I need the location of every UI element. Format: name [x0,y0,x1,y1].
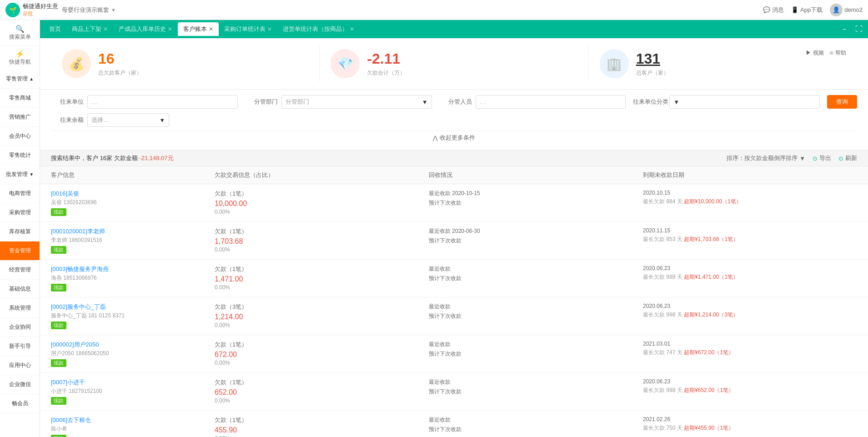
debt-amount-4[interactable]: 672.00 [215,351,429,359]
help-btn[interactable]: ⊙ 帮助 [829,49,846,57]
export-btn[interactable]: ⊙ 导出 [813,154,831,162]
tab-purchase-order[interactable]: 采购订单统计表 ✕ [219,22,277,36]
user-area[interactable]: 👤 demo2 [830,4,863,16]
table-row: [0003]畅捷服务尹海燕 海燕 18513066976 现款 欠款（1笔） 1… [40,260,868,297]
supplier-input[interactable]: ... [87,95,238,109]
debt-amount-5[interactable]: 652.00 [215,388,429,397]
person-input[interactable]: ... [476,95,626,109]
sort-label: 排序：按欠款金额倒序排序 [727,154,798,162]
overdue-amount-4[interactable]: 超期¥672.00（1笔） [684,349,734,356]
collapse-icon: ⋀ [433,135,438,141]
debt-ratio-1: 0.00% [215,246,429,253]
tab-close-purchase[interactable]: ✕ [267,26,272,32]
tab-home[interactable]: 首页 [44,22,66,36]
stat-number-debt-customers: 16 [98,50,308,67]
fast-nav[interactable]: ⚡ 快捷导航 [0,46,40,70]
overdue-amount-3[interactable]: 超期¥1,214.00（3笔） [684,311,738,318]
video-btn[interactable]: ▶ 视频 [806,49,823,57]
overdue-amount-0[interactable]: 超期¥10,000.00（1笔） [684,198,742,205]
refresh-btn[interactable]: ⊙ 刷新 [838,154,857,162]
sidebar-search[interactable]: 🔍 搜索菜单 [0,20,40,46]
tab-home-label: 首页 [49,25,61,33]
table-row: [000002]用户2050 用户2050 18665062050 现款 欠款（… [40,335,868,373]
debt-amount-1[interactable]: 1,703.68 [215,237,429,246]
overdue-amount-6[interactable]: 超期¥455.90（1笔） [684,425,734,431]
search-button[interactable]: 查询 [827,95,857,109]
tab-close-customer[interactable]: ✕ [209,26,213,32]
tab-expand-btn[interactable]: ⛶ [853,23,864,35]
sort-dropdown[interactable]: 排序：按欠款金额倒序排序 ▼ [727,154,805,162]
due-days-2: 最长欠款 998 天 [643,274,682,280]
collapse-btn[interactable]: ⋀ 收起更多条件 [51,131,857,145]
tab-inbound-stats[interactable]: 进货单统计表（按商品） ✕ [277,22,360,36]
tab-minimize-btn[interactable]: － [839,23,850,36]
return-info-4: 最近收款 预计下次收款 [429,341,643,360]
play-icon: ▶ [806,50,811,56]
sidebar-item-app-center[interactable]: 应用中心 [0,356,40,375]
category-input[interactable]: ▼ [669,95,820,109]
tab-close-products[interactable]: ✕ [103,26,108,32]
sidebar-item-purchase[interactable]: 采购管理 [0,203,40,222]
debt-amount-6[interactable]: 455.90 [215,426,429,434]
balance-select[interactable]: 选择... ▼ [87,113,169,127]
customer-name-1[interactable]: [0001020001]李老师 [51,227,215,236]
next-collection-0: 预计下次收款 [429,199,643,207]
sidebar-item-wechat[interactable]: 企业微信 [0,375,40,394]
customer-name-3[interactable]: [0002]服务中心_丁磊 [51,303,215,311]
debt-info-3: 欠款（3笔） 1,214.00 0.00% [215,303,429,328]
customer-name-4[interactable]: [000002]用户2050 [51,341,215,349]
stat-card-debt-customers: 💰 16 总欠款客户（家） [51,45,320,82]
due-days-4: 最长欠款 747 天 [643,349,682,356]
stat-card-total-customers: 🏢 131 总客户（家） ▶ 视频 ⊙ 帮助 [589,45,857,82]
sidebar-item-enterprise[interactable]: 企业协同 [0,318,40,337]
sidebar-item-finance[interactable]: 资金管理 [0,241,40,261]
customer-name-0[interactable]: [0016]吴俊 [51,190,215,198]
sidebar-item-vip[interactable]: 畅会员 [0,394,40,413]
sidebar-item-retail-stats[interactable]: 零售统计 [0,146,40,165]
dept-input[interactable]: 分管部门 ▼ [281,95,432,109]
tab-customer-account[interactable]: 客户账本 ✕ [178,22,219,36]
sidebar-item-marketing[interactable]: 营销推广 [0,108,40,127]
due-info-2: 2020.06.23 最长欠款 998 天 超期¥1,471.00（1笔） [643,265,857,281]
message-btn[interactable]: 💬 消息 [763,6,784,14]
sidebar-item-newbie[interactable]: 新手引导 [0,337,40,356]
stat-label-debt-total: 欠款合计（万） [367,69,577,77]
customer-name-5[interactable]: [0007]小进千 [51,378,215,387]
sidebar-item-member[interactable]: 会员中心 [0,127,40,146]
customer-contact-3: 服务中心_丁磊 181 0125 8371 [51,312,215,320]
filter-dept: 分管部门 分管部门 ▼ [245,95,432,109]
return-info-5: 最近收款 预计下次收款 [429,378,643,397]
sidebar-item-retail-mgmt[interactable]: 零售管理 ▲ [0,70,40,89]
overdue-amount-5[interactable]: 超期¥652.00（1笔） [684,387,734,393]
debt-amount-0[interactable]: 10,000.00 [215,200,429,208]
debt-amount: -21,148.07元 [139,155,173,161]
store-selector[interactable]: 母婴行业演示账套 ▼ [62,6,116,14]
store-name: 母婴行业演示账套 [62,6,109,14]
sidebar-item-batch-mgmt[interactable]: 批发管理 ▼ [0,165,40,184]
sidebar-item-inventory[interactable]: 库存核算 [0,222,40,241]
tab-close-production[interactable]: ✕ [168,26,172,32]
stats-row: 💰 16 总欠款客户（家） 💎 -2.11 欠款合计（万） [40,38,868,90]
sidebar-item-retail-mall[interactable]: 零售商城 [0,89,40,108]
debt-amount-2[interactable]: 1,471.00 [215,275,429,283]
sidebar-item-ecommerce[interactable]: 电商管理 [0,184,40,203]
app-download-btn[interactable]: 📱 App下载 [791,6,823,14]
sidebar-item-system[interactable]: 系统管理 [0,299,40,318]
customer-name-6[interactable]: [0006]去下粮仓 [51,416,215,424]
sidebar-item-operation[interactable]: 经营管理 [0,261,40,280]
customer-name-2[interactable]: [0003]畅捷服务尹海燕 [51,265,215,273]
customer-info-6: [0006]去下粮仓 陈小希 现款 [51,416,215,437]
top-bar-left: 🌱 畅捷通好生意 示范 母婴行业演示账套 ▼ [5,3,116,17]
overdue-amount-2[interactable]: 超期¥1,471.00（1笔） [684,274,738,280]
stat-number-debt-total: -2.11 [367,50,577,67]
customer-tag-2: 现款 [51,284,66,291]
tab-products-offline[interactable]: 商品上下架 ✕ [66,22,113,36]
debt-amount-3[interactable]: 1,214.00 [215,313,429,321]
tab-production-history-label: 产成品入库单历史 [119,25,166,33]
tab-close-inbound[interactable]: ✕ [350,26,354,32]
overdue-amount-1[interactable]: 超期¥1,703.68（1笔） [684,236,738,242]
sidebar-item-basic-info[interactable]: 基础信息 [0,280,40,299]
table-header: 客户信息 欠款交易信息（占比） 回收情况 到期未收款日期 [40,166,868,184]
debt-count-2: 欠款（1笔） [215,265,429,273]
tab-production-history[interactable]: 产成品入库单历史 ✕ [113,22,178,36]
